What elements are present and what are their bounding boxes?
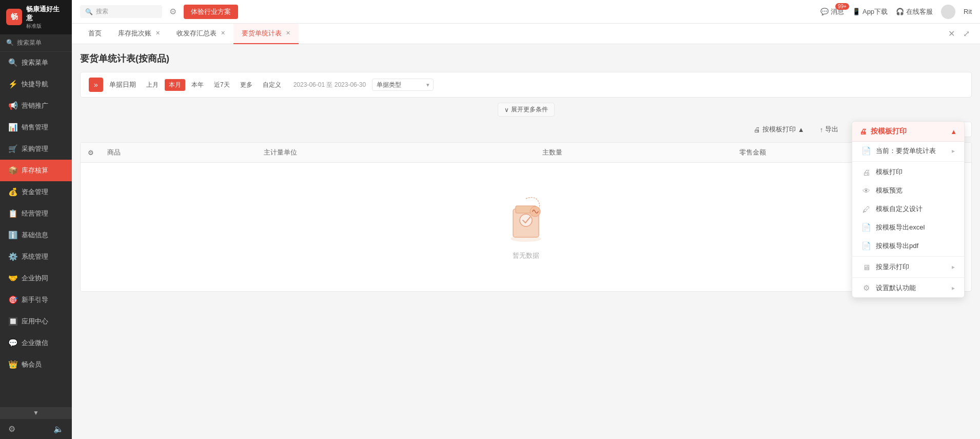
wechat-icon: 💬 xyxy=(8,338,17,348)
custom-date-btn[interactable]: 自定义 xyxy=(259,79,285,91)
sidebar-label-system: 系统管理 xyxy=(22,252,48,261)
tabs-bar: 首页库存批次账✕收发存汇总表✕要货单统计表✕ ✕ ⤢ xyxy=(72,24,980,44)
sidebar-label-marketing: 营销推广 xyxy=(22,101,48,110)
sidebar-item-basic[interactable]: ℹ️基础信息 xyxy=(0,224,72,246)
app-download-label: App下载 xyxy=(863,7,888,16)
page-title: 要货单统计表(按商品) xyxy=(80,52,972,65)
topbar-app-download[interactable]: 📱 App下载 xyxy=(852,7,888,16)
sidebar-item-newguide[interactable]: 🎯新手引导 xyxy=(0,289,72,311)
dropdown-display-print[interactable]: 🖥 按显示打印 ▸ xyxy=(852,258,964,276)
more-date-btn[interactable]: 更多 xyxy=(236,79,257,91)
svg-point-3 xyxy=(520,214,532,226)
quicknav-icon: ⚡ xyxy=(8,80,17,89)
this-month-btn[interactable]: 本月 xyxy=(165,79,185,91)
sidebar-item-operations[interactable]: 📋经营管理 xyxy=(0,203,72,224)
col-gear[interactable]: ⚙ xyxy=(81,143,101,163)
topbar: 🔍 搜索 ⚙ 体验行业方案 💬 消息 99+ 📱 App下载 🎧 在线客服 Ri… xyxy=(72,0,980,24)
sidebar-item-marketing[interactable]: 📢营销推广 xyxy=(0,95,72,117)
appcenter-icon: 🔲 xyxy=(8,317,17,326)
dropdown-item-template-export-pdf[interactable]: 📄按模板导出pdf xyxy=(852,237,964,255)
topbar-messages[interactable]: 💬 消息 99+ xyxy=(820,7,844,16)
topbar-online-service[interactable]: 🎧 在线客服 xyxy=(896,7,933,16)
dropdown-items: 🖨模板打印👁模板预览🖊模板自定义设计📄按模板导出excel📄按模板导出pdf xyxy=(852,163,964,255)
dropdown-current-item[interactable]: 📄 当前：要货单统计表 ▸ xyxy=(852,142,964,160)
dropdown-item-template-preview[interactable]: 👁模板预览 xyxy=(852,181,964,200)
sidebar-search-menu[interactable]: 🔍 搜索菜单 xyxy=(0,34,72,52)
dropdown-item-template-custom[interactable]: 🖊模板自定义设计 xyxy=(852,200,964,218)
sidebar-item-search[interactable]: 🔍搜索菜单 xyxy=(0,52,72,73)
sidebar-item-wechat[interactable]: 💬企业微信 xyxy=(0,332,72,354)
order-type-select-wrap: 单据类型 xyxy=(372,79,434,91)
prev-month-btn[interactable]: 上月 xyxy=(142,79,163,91)
sidebar-scroll-down[interactable]: ▼ xyxy=(0,407,72,418)
topbar-search-placeholder: 搜索 xyxy=(96,7,108,16)
trial-industry-button[interactable]: 体验行业方案 xyxy=(184,5,238,19)
sidebar-item-quicknav[interactable]: ⚡快捷导航 xyxy=(0,73,72,95)
expand-more-btn[interactable]: ∨ 展开更多条件 xyxy=(498,103,555,117)
tab-inventory-batch[interactable]: 库存批次账✕ xyxy=(110,24,168,44)
dropdown-item-template-export-excel[interactable]: 📄按模板导出excel xyxy=(852,218,964,237)
export-icon: ↑ xyxy=(820,126,824,133)
data-table: ⚙ 商品 主计量单位 主数量 零售金额 xyxy=(81,143,971,291)
print-template-btn[interactable]: 🖨 按模板打印 ▲ xyxy=(749,122,810,137)
expand-icon: ∨ xyxy=(504,106,509,113)
sidebar-logo-icon: 畅 xyxy=(6,9,22,25)
sidebar-label-purchase: 采购管理 xyxy=(22,144,48,154)
sidebar-item-purchase[interactable]: 🛒采购管理 xyxy=(0,138,72,160)
tab-close-order-summary[interactable]: ✕ xyxy=(286,30,290,36)
current-label: 当前：要货单统计表 xyxy=(876,146,936,156)
sidebar-label-inventory: 库存核算 xyxy=(22,166,48,175)
display-print-chevron-icon: ▸ xyxy=(952,263,955,271)
sidebar-item-inventory[interactable]: 📦库存核算 xyxy=(0,160,72,181)
dropdown-chevron-up-icon[interactable]: ▲ xyxy=(950,128,957,136)
enterprise-icon: 🤝 xyxy=(8,274,17,283)
sidebar-item-appcenter[interactable]: 🔲应用中心 xyxy=(0,311,72,332)
topbar-search-icon: 🔍 xyxy=(85,8,93,15)
download-icon: 📱 xyxy=(852,8,860,15)
template-export-excel-icon: 📄 xyxy=(861,223,871,232)
empty-state: 暂无数据 xyxy=(81,163,971,291)
dropdown-header: 🖨 按模板打印 ▲ xyxy=(852,122,964,142)
filter-expand-button[interactable]: » xyxy=(89,78,103,92)
dropdown-separator-2 xyxy=(852,256,964,257)
tab-close-receivable-summary[interactable]: ✕ xyxy=(221,30,225,36)
tab-receivable-summary[interactable]: 收发存汇总表✕ xyxy=(168,24,233,44)
last-7days-btn[interactable]: 近7天 xyxy=(210,79,234,91)
username-label[interactable]: Rit xyxy=(964,8,972,15)
tab-maximize-button[interactable]: ⤢ xyxy=(961,27,972,41)
tab-close-inventory-batch[interactable]: ✕ xyxy=(155,30,160,36)
col-unit: 主计量单位 xyxy=(258,143,536,163)
default-function-label: 设置默认功能 xyxy=(876,283,916,293)
tab-home[interactable]: 首页 xyxy=(80,24,110,44)
empty-illustration xyxy=(500,194,552,245)
search-icon: 🔍 xyxy=(6,39,14,46)
this-year-btn[interactable]: 本年 xyxy=(187,79,208,91)
speaker-icon[interactable]: 🔈 xyxy=(53,424,64,434)
sidebar-item-system[interactable]: ⚙️系统管理 xyxy=(0,246,72,268)
sidebar-item-finance[interactable]: 💰资金管理 xyxy=(0,181,72,203)
sidebar-label-operations: 经营管理 xyxy=(22,209,48,218)
export-btn[interactable]: ↑ 导出 xyxy=(815,122,844,137)
tab-label-home: 首页 xyxy=(88,29,102,38)
default-func-icon: ⚙ xyxy=(861,283,871,293)
basic-icon: ℹ️ xyxy=(8,231,17,240)
tab-order-summary[interactable]: 要货单统计表✕ xyxy=(233,24,299,44)
sidebar-item-sales[interactable]: 📊销售管理 xyxy=(0,117,72,138)
tab-close-button[interactable]: ✕ xyxy=(946,27,957,41)
dropdown-item-template-print[interactable]: 🖨模板打印 xyxy=(852,163,964,181)
template-export-pdf-label: 按模板导出pdf xyxy=(876,241,918,251)
settings-icon[interactable]: ⚙ xyxy=(8,424,15,434)
print-icon: 🖨 xyxy=(754,126,760,133)
dropdown-title: 按模板打印 xyxy=(871,127,907,136)
order-type-select[interactable]: 单据类型 xyxy=(372,79,434,91)
sidebar-label-member: 畅会员 xyxy=(22,360,42,369)
topbar-gear-icon[interactable]: ⚙ xyxy=(167,5,179,18)
sidebar-nav: 🔍搜索菜单⚡快捷导航📢营销推广📊销售管理🛒采购管理📦库存核算💰资金管理📋经营管理… xyxy=(0,52,72,407)
sidebar-item-member[interactable]: 👑畅会员 xyxy=(0,354,72,375)
sidebar-item-enterprise[interactable]: 🤝企业协同 xyxy=(0,268,72,289)
topbar-search-box[interactable]: 🔍 搜索 xyxy=(80,5,162,18)
sidebar-logo: 畅 畅康通好生意 标准版 xyxy=(0,0,72,34)
user-avatar[interactable] xyxy=(941,5,955,19)
tab-label-inventory-batch: 库存批次账 xyxy=(118,29,151,38)
dropdown-default-function[interactable]: ⚙ 设置默认功能 ▸ xyxy=(852,279,964,297)
